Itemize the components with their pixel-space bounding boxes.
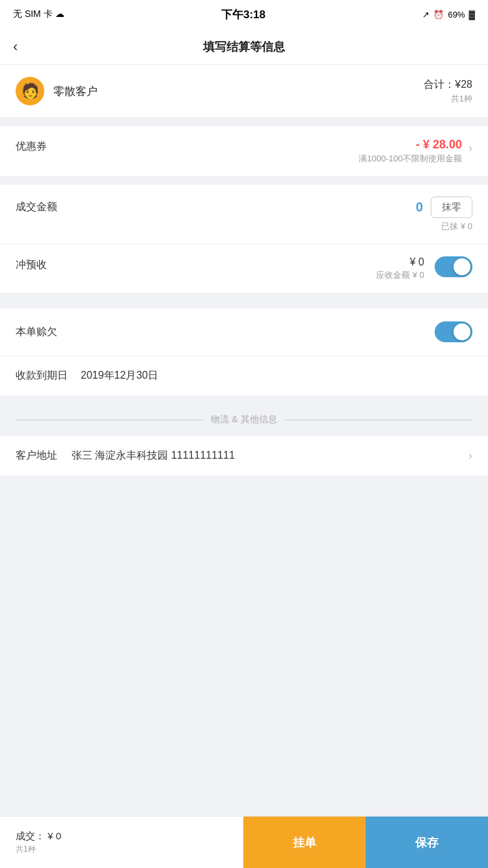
customer-section: 🧑 零散客户 合计：¥28 共1种 [0,65,488,117]
location-icon: ↗ [422,10,429,20]
hold-order-button[interactable]: 挂单 [243,817,366,868]
logistics-line-left [16,420,203,420]
battery-icon: ▓ [469,10,475,20]
logistics-section: 物流 & 其他信息 [0,403,488,436]
prepay-sub: 应收金额 ¥ 0 [376,269,424,281]
bottom-bar: 成交： ¥ 0 共1种 挂单 保存 [0,816,488,868]
content-area: 🧑 零散客户 合计：¥28 共1种 优惠券 - ¥ 28.00 满1000-10… [0,65,488,541]
coupon-label: 优惠券 [16,138,68,155]
transaction-input[interactable]: 0 [403,200,423,215]
section-gap-1 [0,118,488,126]
transaction-right: 0 抹零 [403,197,472,218]
due-date-section: 收款到期日 2019年12月30日 [0,356,488,396]
round-off-button[interactable]: 抹零 [431,197,472,218]
address-chevron-icon: › [468,449,472,463]
due-date-label: 收款到期日 [16,369,68,383]
transaction-row: 成交金额 0 抹零 [16,197,472,218]
sim-status: 无 SIM 卡 ☁ [13,8,64,20]
section-gap-2 [0,177,488,185]
transaction-section: 成交金额 0 抹零 已抹 ¥ 0 [0,185,488,244]
prepay-toggle[interactable] [435,256,472,277]
avatar: 🧑 [16,77,44,105]
credit-toggle[interactable] [435,321,472,342]
due-date-value: 2019年12月30日 [81,369,158,383]
status-right: ↗ ⏰ 69% ▓ [422,10,475,20]
prepay-right: ¥ 0 应收金额 ¥ 0 [376,256,472,281]
address-section[interactable]: 客户地址 张三 海淀永丰科技园 11111111111 › [0,436,488,476]
prepay-amount: ¥ 0 [376,256,424,268]
back-button[interactable]: ‹ [13,38,18,55]
credit-label: 本单赊欠 [16,325,57,339]
avatar-icon: 🧑 [21,83,39,100]
prepay-label: 冲预收 [16,256,68,273]
logistics-text: 物流 & 其他信息 [211,414,277,426]
coupon-row[interactable]: 优惠券 - ¥ 28.00 满1000-100不限制使用金额 › [0,126,488,177]
save-button[interactable]: 保存 [366,817,488,868]
total-amount: 合计：¥28 [424,78,472,92]
coupon-sub: 满1000-100不限制使用金额 [359,153,462,165]
prepay-section: 冲预收 ¥ 0 应收金额 ¥ 0 [0,244,488,293]
section-gap-3 [0,293,488,301]
coupon-chevron-icon: › [468,139,472,156]
customer-name: 零散客户 [53,84,98,99]
logistics-line-right [285,420,472,420]
coupon-value-text: - ¥ 28.00 满1000-100不限制使用金额 [359,138,462,165]
transaction-label: 成交金额 [16,200,57,214]
status-bar: 无 SIM 卡 ☁ 下午3:18 ↗ ⏰ 69% ▓ [0,0,488,29]
transaction-sub: 已抹 ¥ 0 [16,221,472,232]
bottom-deal-count: 共1种 [16,844,228,855]
customer-total: 合计：¥28 共1种 [424,78,472,105]
address-value: 张三 海淀永丰科技园 11111111111 [72,449,468,463]
status-time: 下午3:18 [221,7,265,22]
bottom-info: 成交： ¥ 0 共1种 [0,817,243,868]
address-label: 客户地址 [16,449,61,463]
battery-level: 69% [448,10,465,20]
status-left: 无 SIM 卡 ☁ [13,8,64,20]
credit-section: 本单赊欠 [0,308,488,356]
page-title: 填写结算等信息 [203,39,285,55]
bottom-deal-amount: 成交： ¥ 0 [16,830,228,843]
total-count: 共1种 [424,93,472,105]
coupon-amount: - ¥ 28.00 [359,138,462,152]
coupon-value-wrap: - ¥ 28.00 满1000-100不限制使用金额 › [359,138,472,165]
prepay-value-wrap: ¥ 0 应收金额 ¥ 0 [376,256,424,281]
alarm-icon: ⏰ [433,10,444,20]
nav-bar: ‹ 填写结算等信息 [0,29,488,65]
customer-info: 🧑 零散客户 [16,77,98,105]
